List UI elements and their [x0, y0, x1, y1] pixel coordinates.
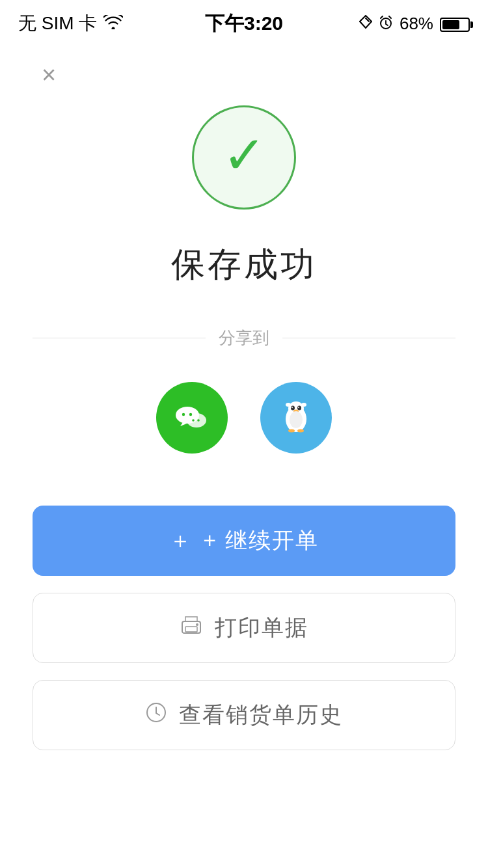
- share-section: 分享到: [33, 327, 455, 454]
- wechat-share-button[interactable]: [156, 382, 228, 454]
- qq-icon: [274, 396, 318, 440]
- qq-share-button[interactable]: [260, 382, 332, 454]
- alarm-icon: [379, 14, 393, 34]
- svg-point-5: [192, 419, 195, 422]
- right-divider: [282, 338, 455, 338]
- close-icon: ×: [42, 62, 56, 87]
- battery-percent: 68%: [400, 14, 433, 34]
- success-section: ✓ 保存成功: [171, 105, 317, 288]
- left-divider: [33, 338, 206, 338]
- status-time: 下午3:20: [205, 10, 283, 37]
- location-icon: [359, 14, 372, 34]
- print-label: 打印单据: [215, 613, 308, 643]
- continue-label: + 继续开单: [203, 526, 318, 556]
- print-button[interactable]: 打印单据: [33, 593, 455, 663]
- svg-rect-20: [185, 627, 197, 632]
- history-icon: [145, 701, 167, 729]
- svg-point-14: [290, 411, 303, 428]
- svg-point-17: [286, 403, 291, 407]
- history-button[interactable]: 查看销货单历史: [33, 680, 455, 750]
- share-label: 分享到: [219, 327, 269, 349]
- status-right: 68%: [359, 14, 470, 34]
- share-divider-row: 分享到: [33, 327, 455, 349]
- main-content: ✓ 保存成功 分享到: [0, 47, 488, 750]
- svg-point-3: [182, 413, 185, 416]
- sim-text: 无 SIM 卡: [18, 11, 97, 36]
- success-title: 保存成功: [171, 242, 317, 288]
- svg-point-18: [301, 403, 306, 407]
- close-button[interactable]: ×: [33, 59, 65, 91]
- battery-icon: [440, 14, 470, 34]
- svg-point-12: [298, 407, 299, 408]
- success-circle: ✓: [192, 105, 296, 210]
- svg-point-11: [291, 407, 293, 408]
- svg-point-10: [297, 406, 301, 411]
- checkmark-icon: ✓: [223, 129, 266, 182]
- svg-point-9: [291, 406, 295, 411]
- wifi-icon: [103, 13, 123, 34]
- buttons-section: ＋ + 继续开单 打印单据 查看销货单历: [33, 506, 455, 750]
- svg-point-15: [288, 429, 295, 433]
- share-icons-row: [33, 382, 455, 454]
- wechat-icon: [170, 396, 214, 440]
- status-bar: 无 SIM 卡 下午3:20 68%: [0, 0, 488, 47]
- continue-button[interactable]: ＋ + 继续开单: [33, 506, 455, 576]
- print-icon: [180, 615, 203, 641]
- history-label: 查看销货单历史: [179, 700, 343, 730]
- svg-point-16: [297, 429, 304, 433]
- continue-icon: ＋: [169, 526, 191, 556]
- status-left: 无 SIM 卡: [18, 11, 123, 36]
- svg-point-4: [189, 413, 192, 416]
- svg-point-21: [196, 623, 198, 626]
- svg-point-6: [197, 419, 200, 422]
